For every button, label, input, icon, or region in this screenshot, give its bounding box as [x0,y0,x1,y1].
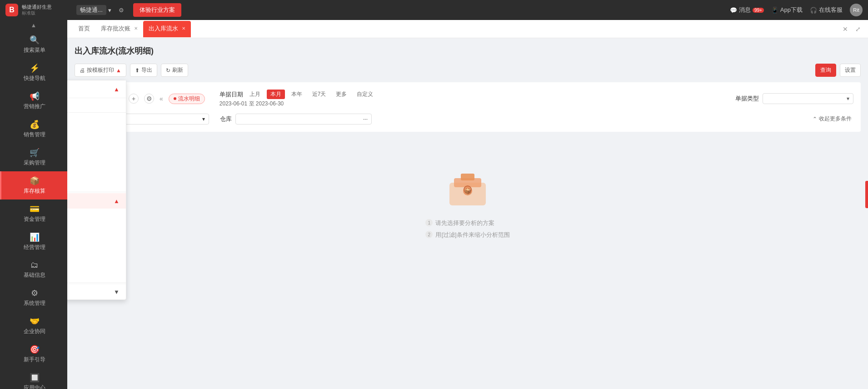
sidebar-item-marketing[interactable]: 📢 营销推广 [0,87,67,115]
sidebar-item-basic[interactable]: 🗂 基础信息 [0,256,67,284]
filter-collapse-icon-btn[interactable]: « [160,95,163,102]
dropdown-current[interactable]: 当前：出入库流水 ▼ [67,98,126,111]
tab-batch[interactable]: 库存批次账 ✕ [95,21,143,37]
subheader-collapse-icon: ▲ [114,198,120,204]
empty-tip-label-2: 用[过滤]条件来缩小分析范围 [435,231,509,239]
tab-bar-right: ✕ ⤢ [841,25,863,34]
sidebar: ▲ 🔍 搜索菜单 ⚡ 快捷导航 📢 营销推广 💰 销售管理 🛒 采购管理 📦 库… [0,20,67,389]
dropdown-item-export-pdf-display[interactable]: 📄 按显示导出pdf [67,267,126,281]
collapse-more-btn[interactable]: ⌃ 收起更多条件 [811,113,853,125]
refresh-btn[interactable]: ↻ 刷新 [161,64,188,77]
tab-flow[interactable]: 出入库流水 ✕ [143,21,191,37]
filter-add-btn[interactable]: + [129,94,139,104]
user-avatar-button[interactable]: Rit [850,4,863,16]
sidebar-item-apps[interactable]: 🔲 应用中心 [0,368,67,389]
dropdown-item-export-pdf-template[interactable]: 📄 按模板导出pdf [67,175,126,191]
money-icon: 💰 [30,120,40,130]
dropdown-item-print-template[interactable]: 🖨 按模板打印 [67,114,126,129]
sidebar-item-system[interactable]: ⚙ 系统管理 [0,284,67,312]
print-template-btn[interactable]: 🖨 按模板打印 ▲ [75,64,126,77]
dropdown-item-preview-template[interactable]: 👁 按模板预览 [67,129,126,145]
tip-num-2: 2 [425,231,433,238]
sidebar-label-apps: 应用中心 [24,384,45,389]
sidebar-label-purchase: 采购管理 [24,159,45,167]
tab-batch-close[interactable]: ✕ [134,26,138,31]
filter-chip-active[interactable]: 流水明细 [169,94,205,104]
sidebar-label-quicknav: 快捷导航 [24,75,45,82]
cart-icon: 🛒 [30,148,40,158]
warehouse-input[interactable]: ··· [235,114,372,125]
online-service-button[interactable]: 🎧 在线客服 [810,6,843,14]
date-btn-more[interactable]: 更多 [332,90,350,99]
sidebar-label-inventory: 库存核算 [24,187,45,195]
dropdown-item-export-excel-template[interactable]: 📄 按模板导出excel [67,160,126,175]
sidebar-label-finance: 资金管理 [24,215,45,223]
dropdown-item-design-template[interactable]: ✏ 模板自定义设计 [67,145,126,160]
date-filter-section: 单据日期 上月 本月 本年 近7天 更多 自定义 2023-06-01 至 20… [219,90,730,108]
page-content: 出入库流水(流水明细) 🖨 按模板打印 ▲ 按模板打印 ▲ [67,38,868,389]
empty-tip-1: 1 请先选择要分析的方案 [425,219,509,227]
right-edge-indicator [865,181,868,208]
print-dropdown-menu: 按模板打印 ▲ 当前：出入库流水 ▼ 🖨 按模板打印 [67,80,126,300]
app-download-button[interactable]: 📱 App下载 [771,6,803,14]
refresh-label: 刷新 [172,66,183,74]
tip-num-1: 1 [425,219,433,226]
sidebar-item-guide[interactable]: 🎯 新手引导 [0,340,67,368]
sidebar-item-inventory[interactable]: 📦 库存核算 [0,171,67,199]
sidebar-item-operation[interactable]: 📊 经营管理 [0,228,67,256]
sidebar-item-corp[interactable]: 🤝 企业协同 [0,312,67,340]
doc-type-select[interactable]: ▾ [763,93,853,104]
dropdown-item-print-display[interactable]: 🖨 按显示打印 [67,209,126,223]
date-btn-this-month[interactable]: 本月 [267,90,285,99]
query-label: 查询 [820,66,831,74]
tab-home[interactable]: 首页 [73,21,95,37]
sidebar-item-purchase[interactable]: 🛒 采购管理 [0,143,67,171]
sidebar-item-finance[interactable]: 💳 资金管理 [0,199,67,228]
target-icon: 🎯 [30,344,40,354]
date-btn-7days[interactable]: 近7天 [309,90,330,99]
settings-btn[interactable]: 设置 [840,64,861,77]
empty-state: 📦 1 请先选择要分析的方案 2 用[过滤]条件来缩小分析范围 [75,137,861,266]
dropdown-item-settings-display[interactable]: ⚙ 按显示打印设置 [67,238,126,252]
filter-settings-btn[interactable]: ⚙ [144,94,154,104]
sidebar-item-quicknav[interactable]: ⚡ 快捷导航 [0,59,67,87]
date-btn-this-year[interactable]: 本年 [288,90,306,99]
tab-close-all-btn[interactable]: ✕ [841,25,850,34]
lightning-icon: ⚡ [30,63,40,73]
date-btn-custom[interactable]: 自定义 [353,90,377,99]
sidebar-label-basic: 基础信息 [24,271,45,279]
collapse-btn-wrapper: ⌃ 收起更多条件 [811,113,853,125]
empty-tips: 1 请先选择要分析的方案 2 用[过滤]条件来缩小分析范围 [425,219,509,239]
message-button[interactable]: 💬 消息 99+ [730,6,764,14]
tab-flow-close[interactable]: ✕ [182,26,185,31]
content-area: 首页 库存批次账 ✕ 出入库流水 ✕ ✕ ⤢ 出入库流水(流水明细) [67,20,868,389]
doc-type-arrow-icon: ▾ [847,95,849,102]
sidebar-scroll-up[interactable]: ▲ [0,20,67,30]
action-bar-wrapper: 🖨 按模板打印 ▲ 按模板打印 ▲ 当前：出入库流水 ▼ [75,64,861,77]
service-icon: 🎧 [810,7,817,14]
dropdown-subheader-display[interactable]: 按显示打印 ▲ [67,193,126,209]
dropdown-footer-settings[interactable]: 设置默认功能 ▼ [67,284,126,299]
card-icon: 💳 [30,204,40,214]
tab-home-label: 首页 [78,25,90,33]
add-icon: + [132,95,135,102]
dropdown-item-preview-display[interactable]: 👁 按显示预览 [67,223,126,238]
dropdown-item-export-excel-display[interactable]: 📄 按显示导出excel [67,252,126,267]
export-btn[interactable]: ⬆ 导出 [130,64,157,77]
workspace-name: 畅捷通... [76,5,106,15]
date-btn-last-month[interactable]: 上月 [246,90,264,99]
handshake-icon: 🤝 [30,316,40,326]
search-icon: 🔍 [30,35,40,45]
gear-button[interactable]: ⚙ [115,4,128,16]
workspace-selector[interactable]: 畅捷通... ▾ [76,5,111,15]
print-dropdown-container: 🖨 按模板打印 ▲ 按模板打印 ▲ 当前：出入库流水 ▼ [75,64,126,77]
app-logo-icon: B [5,4,18,16]
sidebar-item-search[interactable]: 🔍 搜索菜单 [0,30,67,59]
sidebar-item-sales[interactable]: 💰 销售管理 [0,115,67,143]
tab-expand-btn[interactable]: ⤢ [853,25,863,34]
sidebar-label-search: 搜索菜单 [24,46,45,54]
filter-row-1: 按以下方案查询 + ⚙ « 流水明细 单据日期 [82,90,853,108]
query-btn[interactable]: 查询 [815,64,836,77]
collapse-arrow-icon: ⌃ [813,116,817,122]
industry-btn[interactable]: 体验行业方案 [133,3,181,17]
